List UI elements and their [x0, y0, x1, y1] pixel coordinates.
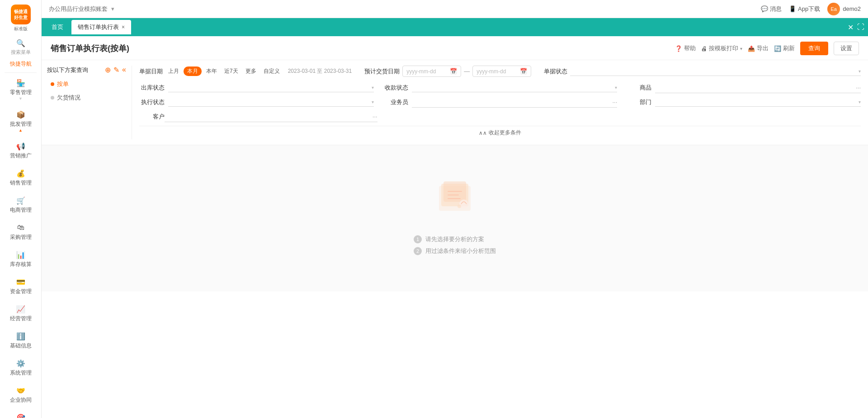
date-tab-7days[interactable]: 近7天: [222, 66, 241, 76]
delivery-end-placeholder: yyyy-mm-dd: [476, 68, 520, 75]
sidebar-logo: 畅捷通好生意 标准版: [0, 0, 41, 36]
app-download-btn[interactable]: 📱 App下载: [789, 5, 820, 13]
sales-icon: 💰: [16, 169, 25, 178]
calendar-end-icon[interactable]: 📅: [520, 68, 527, 75]
sidebar-item-operations[interactable]: 📈 经营管理: [0, 300, 41, 327]
salesperson-dots[interactable]: ···: [612, 99, 617, 105]
export-btn[interactable]: 📤 导出: [748, 44, 769, 52]
tab-close-btn[interactable]: ×: [122, 24, 125, 30]
sidebar-item-inventory[interactable]: 📊 库存核算: [0, 246, 41, 273]
date-tab-more[interactable]: 更多: [243, 66, 259, 76]
sidebar-item-finance[interactable]: 💳 资金管理: [0, 273, 41, 300]
system-icon: ⚙️: [16, 359, 25, 368]
header-right: 💬 消息 📱 App下载 Ea demo2: [761, 3, 861, 15]
collapse-label: 收起更多条件: [489, 129, 521, 137]
add-scheme-icon[interactable]: ⊕: [105, 66, 111, 74]
print-dropdown[interactable]: ▾: [740, 46, 742, 51]
customer-select[interactable]: ···: [165, 111, 377, 122]
print-btn[interactable]: 🖨 按模板打印 ▾: [701, 44, 742, 52]
step-num-1: 1: [414, 235, 422, 243]
date-range-text: 2023-03-01 至 2023-03-31: [288, 67, 352, 75]
date-tab-this-month[interactable]: 本月: [184, 66, 202, 76]
sidebar-item-quick-nav[interactable]: 快捷导航: [0, 58, 41, 71]
scheme-item-single[interactable]: 按单: [47, 78, 126, 90]
divider-1: [5, 72, 37, 73]
tab-active[interactable]: 销售订单执行表 ×: [71, 20, 131, 34]
logo-image: 畅捷通好生意: [11, 5, 31, 24]
empty-steps: 1 请先选择要分析的方案 2 用过滤条件来缩小分析范围: [414, 235, 496, 255]
empty-step-1: 1 请先选择要分析的方案: [414, 235, 496, 243]
date-tabs: 上月 本月 本年 近7天 更多 自定义: [165, 66, 283, 76]
salesperson-select[interactable]: ···: [412, 97, 618, 108]
sidebar-item-guide[interactable]: 🎯 新手引导: [0, 408, 41, 418]
sidebar-item-search[interactable]: 🔍 搜索菜单: [0, 36, 41, 58]
tab-close-window-icon[interactable]: ✕: [848, 23, 854, 32]
sales-label: 销售管理: [10, 179, 32, 187]
refresh-icon: 🔄: [774, 45, 781, 52]
scheme-item-shortage[interactable]: 欠货情况: [47, 91, 126, 104]
user-profile-btn[interactable]: Ea demo2: [827, 3, 861, 15]
operations-label: 经营管理: [10, 315, 32, 323]
step-2-text: 用过滤条件来缩小分析范围: [425, 247, 496, 255]
main-container: 办公用品行业模拟账套 ▾ 💬 消息 📱 App下载 Ea demo2 首页: [42, 0, 868, 418]
dept-item: 部门 ▾: [626, 97, 861, 108]
settings-btn[interactable]: 设置: [834, 42, 859, 55]
page-content: 销售订单执行表(按单) ❓ 帮助 🖨 按模板打印 ▾ 📤 导出: [42, 36, 868, 418]
step-num-2: 2: [414, 247, 422, 255]
message-btn[interactable]: 💬 消息: [761, 5, 782, 13]
calendar-start-icon[interactable]: 📅: [450, 68, 457, 75]
collection-status-item: 收款状态 ▾: [383, 82, 618, 93]
dept-select[interactable]: ▾: [655, 98, 861, 107]
date-tab-custom[interactable]: 自定义: [261, 66, 283, 76]
tab-expand-icon[interactable]: ⛶: [857, 23, 864, 32]
sidebar-item-ecommerce[interactable]: 🛒 电商管理: [0, 191, 41, 218]
sidebar-item-enterprise[interactable]: 🤝 企业协同: [0, 381, 41, 408]
date-tab-this-year[interactable]: 本年: [203, 66, 220, 76]
collapse-scheme-icon[interactable]: «: [122, 66, 126, 74]
goods-label: 商品: [626, 84, 651, 92]
help-btn[interactable]: ❓ 帮助: [675, 44, 696, 52]
ecommerce-icon: 🛒: [16, 196, 25, 205]
out-status-select[interactable]: ▾: [168, 83, 374, 92]
export-label: 导出: [757, 44, 769, 52]
exec-status-select[interactable]: ▾: [168, 98, 374, 107]
scheme-title: 按以下方案查询 ⊕ ✎ «: [47, 66, 126, 74]
goods-dots[interactable]: ···: [856, 84, 861, 91]
top-header: 办公用品行业模拟账套 ▾ 💬 消息 📱 App下载 Ea demo2: [42, 0, 868, 18]
collection-select[interactable]: ▾: [412, 83, 618, 92]
search-icon: 🔍: [16, 38, 25, 48]
sidebar-item-sales[interactable]: 💰 销售管理: [0, 164, 41, 191]
delivery-start-input[interactable]: yyyy-mm-dd 📅: [402, 66, 461, 77]
sidebar: 畅捷通好生意 标准版 🔍 搜索菜单 快捷导航 🏪 零售管理 ▼ 📦 批发管理 ▲…: [0, 0, 42, 418]
date-tab-last-month[interactable]: 上月: [165, 66, 182, 76]
delivery-end-input[interactable]: yyyy-mm-dd 📅: [472, 66, 531, 77]
sidebar-item-system[interactable]: ⚙️ 系统管理: [0, 354, 41, 381]
exec-status-label: 执行状态: [139, 98, 165, 106]
collapse-btn[interactable]: ∧∧ 收起更多条件: [139, 126, 861, 139]
sidebar-item-basic-info[interactable]: ℹ️ 基础信息: [0, 327, 41, 354]
collection-label: 收款状态: [383, 84, 408, 92]
edit-scheme-icon[interactable]: ✎: [113, 66, 119, 74]
sidebar-item-purchase[interactable]: 🛍 采购管理: [0, 218, 41, 246]
scheme-item-shortage-label: 欠货情况: [57, 94, 80, 102]
breadcrumb-dropdown[interactable]: ▾: [111, 5, 114, 12]
refresh-label: 刷新: [783, 44, 795, 52]
header-left: 办公用品行业模拟账套 ▾: [49, 5, 114, 13]
sidebar-item-retail[interactable]: 🏪 零售管理 ▼: [0, 74, 41, 105]
customer-dots[interactable]: ···: [373, 113, 377, 120]
collapse-icon: ∧∧: [479, 130, 487, 136]
retail-label: 零售管理: [10, 89, 32, 96]
sidebar-item-wholesale[interactable]: 📦 批发管理 ▲: [0, 105, 41, 137]
customer-label: 客户: [139, 113, 165, 121]
tab-home[interactable]: 首页: [45, 20, 70, 34]
inventory-label: 库存核算: [10, 261, 32, 268]
page-title: 销售订单执行表(按单): [51, 43, 129, 54]
refresh-btn[interactable]: 🔄 刷新: [774, 44, 795, 52]
user-name: demo2: [843, 5, 861, 12]
goods-select[interactable]: ···: [655, 82, 861, 93]
query-btn[interactable]: 查询: [800, 42, 828, 55]
doc-status-select[interactable]: ▾: [570, 67, 861, 76]
download-icon: 📱: [789, 5, 796, 12]
sidebar-item-marketing[interactable]: 📢 营销推广: [0, 137, 41, 164]
help-label: 帮助: [684, 44, 696, 52]
